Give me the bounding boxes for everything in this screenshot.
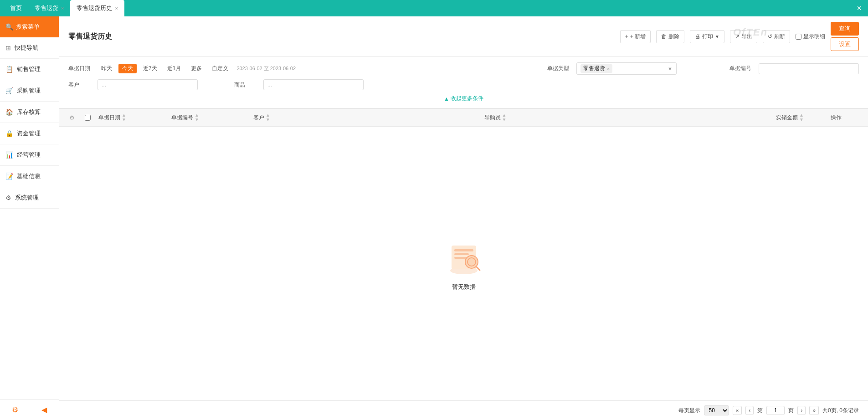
content-area: 零售退货历史 + + 新增 🗑 删除 🖨 打印 ▼ ↗ 导出: [59, 16, 868, 420]
sidebar-item-system-mgmt[interactable]: ⚙ 系统管理: [0, 187, 59, 209]
table-settings-icon[interactable]: ⚙: [64, 114, 80, 121]
filter-area: 单据日期 昨天 今天 近7天 近1月 更多 自定义 2023-06-02 至 2…: [59, 57, 868, 108]
tab-home-label: 首页: [10, 4, 22, 12]
goods-label: 商品: [234, 81, 260, 89]
purchase-mgmt-icon: 🛒: [5, 87, 13, 94]
bill-number-label: 单据编号: [729, 65, 755, 72]
last-page-button[interactable]: »: [809, 406, 819, 415]
th-guide: 导购员 ▲▼: [481, 113, 549, 122]
th-bill-no: 单据编号 ▲▼: [168, 113, 250, 122]
date-filter-group: 单据日期 昨天 今天 近7天 近1月 更多 自定义 2023-06-02 至 2…: [68, 64, 296, 73]
th-amount-label: 实销金额: [776, 114, 798, 122]
tab-retail-return[interactable]: 零售退货 ×: [28, 0, 70, 16]
page-unit: 页: [788, 407, 794, 415]
refresh-button[interactable]: ↺ 刷新: [763, 30, 790, 43]
add-label: + 新增: [630, 33, 646, 41]
th-action-label: 操作: [831, 114, 842, 122]
export-icon: ↗: [735, 33, 740, 40]
delete-button[interactable]: 🗑 删除: [656, 30, 684, 43]
refresh-label: 刷新: [774, 33, 785, 41]
sidebar-search[interactable]: 🔍 搜索菜单: [0, 16, 59, 37]
bill-type-select[interactable]: 零售退货 × ▼: [576, 62, 677, 75]
pagination: 每页显示 20 50 100 « ‹ 第 1 页 › » 共0页, 0条记录: [59, 400, 868, 420]
prev-page-button[interactable]: ‹: [745, 406, 754, 415]
sidebar-item-purchase-mgmt[interactable]: 🛒 采购管理: [0, 80, 59, 102]
date-btn-custom[interactable]: 自定义: [208, 64, 232, 73]
th-amount: 实销金额 ▲▼: [772, 113, 827, 122]
filter-row-2: 客户 商品: [68, 79, 859, 90]
th-bill-sort[interactable]: ▲▼: [195, 113, 199, 122]
tab-retail-return-history-label: 零售退货历史: [77, 4, 112, 12]
sidebar-bottom: ⚙ ◀: [0, 399, 59, 420]
bill-type-group: 单据类型 零售退货 × ▼: [547, 62, 693, 75]
collapse-button[interactable]: ▲ 收起更多条件: [444, 95, 483, 102]
goods-input[interactable]: [263, 79, 364, 90]
sidebar-item-operations-label: 经营管理: [17, 151, 41, 159]
search-icon: 🔍: [5, 23, 13, 31]
delete-icon: 🗑: [661, 33, 667, 40]
sales-mgmt-icon: 📋: [5, 66, 13, 73]
settings-button[interactable]: 设置: [831, 37, 859, 51]
operations-icon: 📊: [5, 151, 13, 159]
bill-type-tag-close[interactable]: ×: [607, 66, 610, 72]
sidebar-item-quick-nav[interactable]: ⊞ 快捷导航: [0, 37, 59, 59]
per-page-select[interactable]: 20 50 100: [704, 405, 729, 415]
query-button[interactable]: 查询: [831, 22, 859, 36]
tab-home[interactable]: 首页: [4, 0, 28, 16]
th-guide-label: 导购员: [484, 114, 501, 122]
tab-retail-return-history[interactable]: 零售退货历史 ×: [70, 0, 124, 16]
next-page-button[interactable]: ›: [797, 406, 806, 415]
select-all-checkbox[interactable]: [85, 115, 91, 121]
sidebar-item-system-label: 系统管理: [15, 194, 39, 202]
filter-section-1: 单据日期 昨天 今天 近7天 近1月 更多 自定义 2023-06-02 至 2…: [68, 62, 859, 75]
sidebar-item-inventory[interactable]: 🏠 库存核算: [0, 102, 59, 123]
sidebar-item-basic-info[interactable]: 📝 基础信息: [0, 166, 59, 187]
inventory-icon: 🏠: [5, 108, 13, 116]
show-detail-checkbox[interactable]: [796, 34, 801, 40]
collapse-sidebar-icon[interactable]: ◀: [41, 405, 47, 414]
customer-filter-group: 客户: [68, 79, 198, 90]
export-label: 导出: [741, 33, 752, 41]
date-btn-more[interactable]: 更多: [187, 64, 205, 73]
sidebar-item-sales-mgmt[interactable]: 📋 销售管理: [0, 59, 59, 80]
svg-rect-3: [454, 253, 469, 255]
date-btn-today[interactable]: 今天: [118, 64, 137, 73]
first-page-button[interactable]: «: [733, 406, 742, 415]
add-button[interactable]: + + 新增: [620, 30, 651, 43]
th-amount-sort[interactable]: ▲▼: [799, 113, 804, 122]
empty-state: 暂无数据: [59, 127, 868, 400]
th-guide-sort[interactable]: ▲▼: [502, 113, 507, 122]
settings-bottom-icon[interactable]: ⚙: [12, 405, 18, 414]
tab-retail-return-label: 零售退货: [35, 4, 58, 12]
th-action: 操作: [827, 114, 863, 122]
th-customer: 客户 ▲▼: [250, 113, 481, 122]
tab-retail-return-close[interactable]: ×: [61, 5, 64, 11]
table-header: ⚙ 单据日期 ▲▼ 单据编号 ▲▼ 客户 ▲▼ 导购员: [59, 108, 868, 127]
date-btn-7days[interactable]: 近7天: [139, 64, 161, 73]
print-button[interactable]: 🖨 打印 ▼: [690, 30, 724, 43]
export-button[interactable]: ↗ 导出: [730, 30, 757, 43]
date-btn-1month[interactable]: 近1月: [164, 64, 185, 73]
page-header: 零售退货历史 + + 新增 🗑 删除 🖨 打印 ▼ ↗ 导出: [59, 16, 868, 57]
window-close-button[interactable]: ×: [850, 4, 868, 13]
date-btn-yesterday[interactable]: 昨天: [98, 64, 116, 73]
bill-type-tag-value: 零售退货: [583, 65, 605, 72]
th-customer-sort[interactable]: ▲▼: [266, 113, 270, 122]
page-number-input[interactable]: 1: [766, 406, 785, 415]
th-date-sort[interactable]: ▲▼: [122, 113, 126, 122]
sidebar: 🔍 搜索菜单 ⊞ 快捷导航 📋 销售管理 🛒 采购管理 🏠 库存核算 🔒: [0, 16, 59, 420]
sidebar-item-inventory-label: 库存核算: [17, 108, 41, 116]
svg-rect-2: [454, 249, 473, 251]
sidebar-item-finance[interactable]: 🔒 资金管理: [0, 123, 59, 144]
tab-retail-return-history-close[interactable]: ×: [115, 5, 118, 11]
quick-nav-icon: ⊞: [5, 44, 11, 51]
sidebar-item-operations[interactable]: 📊 经营管理: [0, 144, 59, 166]
table-select-all[interactable]: [80, 115, 95, 121]
th-customer-label: 客户: [253, 114, 264, 122]
filter-section-2: 客户 商品: [68, 79, 859, 90]
print-icon: 🖨: [695, 33, 700, 40]
bill-number-input[interactable]: [759, 63, 859, 74]
total-info: 共0页, 0条记录: [822, 407, 859, 415]
sidebar-item-quick-nav-label: 快捷导航: [15, 44, 38, 52]
customer-input[interactable]: [98, 79, 198, 90]
